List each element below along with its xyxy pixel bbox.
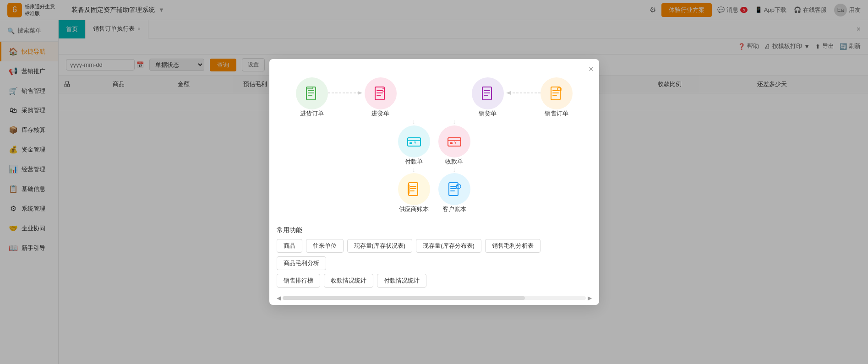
purchase-order-label: 进货订单 (300, 109, 324, 118)
scroll-right-icon[interactable]: ▶ (588, 295, 592, 301)
flow-sales-bill: 销货单 (472, 77, 504, 118)
btn-sales-margin[interactable]: 销售毛利分析表 (485, 239, 540, 253)
flow-supplier-ledger: 供应商账本 (398, 173, 430, 213)
supplier-ledger-label: 供应商账本 (399, 205, 429, 213)
scroll-track (283, 296, 586, 300)
arrow-down-supplier: ↓ (412, 166, 415, 174)
receipt-bill-label: 收款单 (445, 158, 463, 166)
common-title: 常用功能 (277, 226, 592, 234)
btn-product-margin[interactable]: 商品毛利分析 (277, 256, 326, 270)
svg-marker-2 (358, 91, 362, 95)
purchase-bill-icon (365, 77, 397, 109)
payment-bill-icon: ¥ (398, 125, 430, 158)
sales-bill-label: 销货单 (479, 109, 497, 118)
svg-text:¥: ¥ (454, 141, 457, 145)
customer-ledger-icon (438, 173, 470, 205)
arrow-down-customer: ↓ (453, 166, 456, 174)
btn-partner[interactable]: 往来单位 (306, 239, 344, 253)
receipt-bill-icon: ¥ (438, 125, 470, 158)
sales-order-icon (540, 77, 573, 109)
flow-sales-order: 销售订单 (540, 77, 573, 118)
customer-ledger-label: 客户账本 (442, 205, 466, 213)
svg-marker-6 (506, 91, 511, 95)
btn-receipt-stats[interactable]: 收款情况统计 (324, 274, 373, 288)
btn-stock-dist[interactable]: 现存量(库存分布表) (416, 239, 481, 253)
flow-modal: × 进货订单 (269, 59, 599, 305)
btn-stock-status[interactable]: 现存量(库存状况表) (347, 239, 413, 253)
sales-bill-icon (472, 77, 504, 109)
btn-payment-stats[interactable]: 付款情况统计 (377, 274, 426, 288)
flow-purchase-order: 进货订单 (296, 77, 328, 118)
modal-scrollbar: ◀ ▶ (269, 291, 599, 305)
svg-rect-17 (450, 142, 453, 144)
common-buttons-row: 商品 往来单位 现存量(库存状况表) 现存量(库存分布表) 销售毛利分析表 商品… (277, 239, 592, 270)
modal-close-icon[interactable]: × (589, 65, 594, 74)
btn-product[interactable]: 商品 (277, 239, 302, 253)
btn-sales-ranking[interactable]: 销售排行榜 (277, 274, 320, 288)
flow-payment-bill: ¥ 付款单 (398, 125, 430, 166)
scroll-left-icon[interactable]: ◀ (277, 295, 281, 301)
flow-customer-ledger: 客户账本 (438, 173, 470, 213)
common-buttons-row2: 销售排行榜 收款情况统计 付款情况统计 (277, 274, 592, 288)
modal-body: 进货订单 进货单 (269, 59, 599, 221)
purchase-order-icon (296, 77, 328, 109)
modal-overlay[interactable]: × 进货订单 (0, 0, 868, 364)
supplier-ledger-icon (398, 173, 430, 205)
flow-purchase-bill: 进货单 (365, 77, 397, 118)
flow-receipt-bill: ¥ 收款单 (438, 125, 470, 166)
common-functions: 常用功能 商品 往来单位 现存量(库存状况表) 现存量(库存分布表) 销售毛利分… (269, 221, 599, 291)
arrow-down-payment: ↓ (412, 118, 415, 125)
svg-text:¥: ¥ (414, 141, 416, 145)
sales-order-label: 销售订单 (545, 109, 568, 118)
arrow-down-receipt: ↓ (453, 118, 456, 125)
payment-bill-label: 付款单 (405, 158, 423, 166)
scroll-thumb[interactable] (283, 296, 525, 300)
purchase-bill-label: 进货单 (371, 109, 389, 118)
svg-rect-14 (408, 185, 409, 194)
svg-rect-11 (409, 142, 412, 144)
